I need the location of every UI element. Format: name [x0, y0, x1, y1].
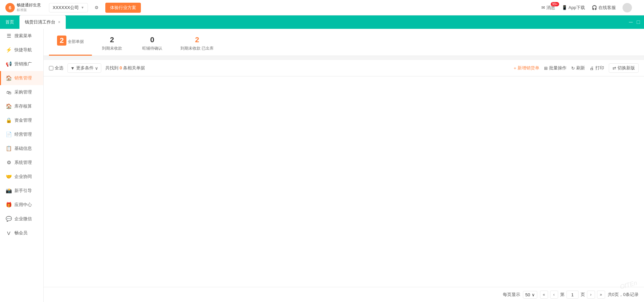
total-info: 共0页，0条记录 — [608, 292, 639, 298]
marketing-icon: 📢 — [6, 61, 12, 67]
minimize-icon[interactable]: ─ — [629, 19, 633, 25]
filter-icon: ▼ — [70, 66, 75, 71]
operation-icon: 📄 — [6, 131, 12, 137]
inventory-icon: 🏠 — [6, 103, 12, 109]
filter-arrow-icon: ∨ — [95, 66, 98, 71]
settings-button[interactable]: ⚙ — [91, 2, 102, 13]
system-icon: ⚙ — [6, 160, 12, 166]
found-count: 0 — [120, 65, 122, 70]
member-icon: V — [6, 230, 12, 236]
wechat-icon: 💬 — [6, 216, 12, 222]
avatar[interactable] — [623, 3, 632, 12]
stats-label-all: 全部单据 — [68, 39, 84, 44]
logo-text: 畅捷通好生意 — [17, 3, 41, 8]
close-tab-icon[interactable]: × — [58, 20, 60, 24]
home-tab-label: 首页 — [5, 19, 14, 25]
app-download-button[interactable]: 📱 App下载 — [562, 5, 585, 11]
nav-tabs-right: ─ □ — [629, 19, 644, 25]
batch-operation-button[interactable]: ⊞ 批量操作 — [544, 65, 567, 71]
per-page-label: 每页显示 — [503, 292, 520, 298]
stats-tab-overdue-unshipped[interactable]: 2 到期未收款 已出库 — [172, 33, 222, 56]
next-page-button[interactable]: › — [587, 291, 595, 299]
system-label: 系统管理 — [14, 160, 32, 166]
member-label: 畅会员 — [14, 230, 28, 236]
sidebar-item-system[interactable]: ⚙ 系统管理 — [0, 156, 43, 170]
quick-nav-label: 快捷导航 — [14, 47, 32, 53]
found-suffix: 条相关单据 — [123, 65, 145, 70]
sidebar-item-basic-info[interactable]: 📋 基础信息 — [0, 141, 43, 156]
stats-tab-overdue-unpaid[interactable]: 2 到期未收款 — [92, 33, 132, 56]
search-menu-icon: ☰ — [6, 33, 12, 39]
quick-nav-icon: ⚡ — [6, 47, 12, 53]
gear-icon: ⚙ — [95, 5, 99, 10]
logo-area: 6 畅捷通好生意 标准版 — [5, 3, 49, 13]
app-center-label: 应用中心 — [14, 202, 32, 208]
sidebar-item-enterprise[interactable]: 🤝 企业协同 — [0, 170, 43, 184]
sidebar-item-quick-nav[interactable]: ⚡ 快捷导航 — [0, 43, 43, 57]
operation-label: 经营管理 — [14, 131, 32, 137]
sidebar-item-sales[interactable]: 🏠 销售管理 — [0, 71, 43, 85]
filter-button[interactable]: ▼ 更多条件 ∨ — [67, 63, 101, 73]
new-sale-icon: + — [514, 66, 516, 71]
trial-button[interactable]: 体验行业方案 — [105, 3, 141, 13]
purchase-label: 采购管理 — [14, 89, 32, 95]
sidebar-item-finance[interactable]: 🔒 资金管理 — [0, 113, 43, 127]
refresh-icon: ↻ — [571, 66, 575, 71]
select-all-label: 全选 — [55, 65, 63, 71]
sidebar-item-inventory[interactable]: 🏠 库存核算 — [0, 99, 43, 113]
switch-icon: ⇄ — [612, 66, 616, 71]
print-label: 打印 — [595, 65, 604, 71]
wechat-label: 企业微信 — [14, 216, 32, 222]
sidebar-item-wechat[interactable]: 💬 企业微信 — [0, 212, 43, 226]
stats-tab-all[interactable]: 2 全部单据 — [49, 33, 92, 56]
print-button[interactable]: 🖨 打印 — [590, 65, 604, 71]
print-icon: 🖨 — [590, 66, 594, 71]
per-page-select[interactable]: 50 ∨ — [523, 291, 537, 299]
sidebar-item-purchase[interactable]: 🛍 采购管理 — [0, 85, 43, 99]
sidebar-item-marketing[interactable]: 📢 营销推广 — [0, 57, 43, 71]
stats-num-overdue-unshipped: 2 — [180, 36, 214, 44]
app-download-label: App下载 — [569, 5, 585, 11]
online-service-button[interactable]: 🎧 在线客服 — [592, 5, 616, 11]
page-number-input[interactable] — [567, 291, 579, 299]
message-icon: ✉ — [541, 5, 545, 10]
content-area: 2 全部单据 2 到期未收款 0 旺辅待确认 2 到期未收款 已出库 全选 ▼ … — [44, 29, 644, 302]
tab-home[interactable]: 首页 — [0, 15, 19, 29]
tab-money-daily[interactable]: 钱货日清工作台 × — [19, 15, 66, 29]
company-dropdown-arrow: ▼ — [81, 6, 84, 9]
company-selector[interactable]: XXXXXX公司 ▼ — [49, 3, 88, 12]
sidebar-item-guide[interactable]: 📸 新手引导 — [0, 184, 43, 198]
prev-page-button[interactable]: ‹ — [550, 291, 558, 299]
new-sale-button[interactable]: + 新增销货单 — [514, 65, 539, 71]
sidebar-item-member[interactable]: V 畅会员 — [0, 226, 43, 240]
app-center-icon: 🎁 — [6, 202, 12, 208]
message-button[interactable]: ✉ 消息 99+ — [541, 5, 555, 11]
search-menu-label: 搜索菜单 — [14, 33, 32, 39]
maximize-icon[interactable]: □ — [637, 19, 640, 25]
marketing-label: 营销推广 — [14, 61, 32, 67]
sidebar-item-operation[interactable]: 📄 经营管理 — [0, 127, 43, 141]
refresh-button[interactable]: ↻ 刷新 — [571, 65, 585, 71]
stats-label-overdue-unpaid: 到期未收款 — [102, 46, 122, 51]
first-page-button[interactable]: « — [540, 291, 548, 299]
per-page-arrow: ∨ — [532, 292, 535, 297]
last-page-button[interactable]: » — [597, 291, 605, 299]
sidebar-item-search-menu[interactable]: ☰ 搜索菜单 — [0, 29, 43, 43]
sidebar-item-app-center[interactable]: 🎁 应用中心 — [0, 198, 43, 212]
logo-badge: 标准版 — [17, 8, 41, 12]
basic-info-icon: 📋 — [6, 145, 12, 152]
page-navigation: « ‹ 第 页 › » — [540, 291, 605, 299]
table-area — [44, 76, 644, 287]
batch-label: 批量操作 — [549, 65, 567, 71]
download-icon: 📱 — [562, 5, 567, 10]
select-all-checkbox[interactable]: 全选 — [49, 65, 63, 71]
found-prefix: 共找到 — [105, 65, 118, 70]
select-all-input[interactable] — [49, 66, 53, 70]
top-header: 6 畅捷通好生意 标准版 XXXXXX公司 ▼ ⚙ 体验行业方案 ✉ 消息 99… — [0, 0, 644, 15]
finance-label: 资金管理 — [14, 117, 32, 123]
empty-state — [44, 76, 644, 287]
stats-tab-wangwang-pending[interactable]: 0 旺辅待确认 — [132, 33, 172, 56]
sales-icon: 🏠 — [6, 75, 12, 81]
page-suffix: 页 — [581, 292, 585, 298]
switch-version-button[interactable]: ⇄ 切换新版 — [609, 63, 639, 73]
